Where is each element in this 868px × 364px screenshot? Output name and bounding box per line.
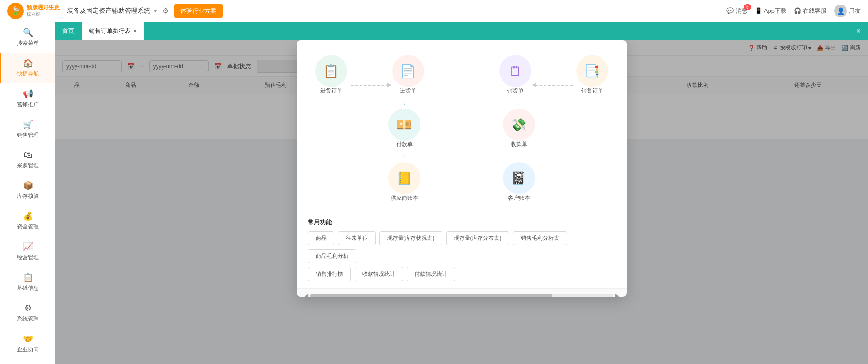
window-close-button[interactable]: × bbox=[849, 27, 868, 35]
sidebar-item-quicknav[interactable]: 🏠 快捷导航 bbox=[0, 53, 55, 83]
sidebar-item-label: 基础信息 bbox=[17, 284, 39, 292]
flow-section: 📋 进货订单 ▶ bbox=[297, 40, 627, 215]
flow-node-receipt: 💸 收款单 bbox=[503, 109, 535, 148]
flow-node-sales-order: 📑 销售订单 bbox=[576, 55, 608, 95]
sidebar-item-label: 搜索菜单 bbox=[17, 39, 39, 47]
sidebar-item-operations[interactable]: 📈 经营管理 bbox=[0, 236, 55, 267]
top-bar: 🍃 畅康通好生意 标准版 装备及固定资产辅助管理系统 ▾ ⚙ 体验行业方案 💬 … bbox=[0, 0, 868, 22]
content-area: 首页 销售订单执行表 × × ❓ 帮助 bbox=[55, 22, 868, 364]
user-area[interactable]: 👤 用友 bbox=[834, 5, 861, 17]
tab-bar: 首页 销售订单执行表 × × bbox=[55, 22, 868, 40]
purchase-bill-icon: 📄 bbox=[392, 55, 424, 87]
sales-order-icon: 📑 bbox=[576, 55, 608, 87]
sidebar-item-sales[interactable]: 🛒 销售管理 bbox=[0, 114, 55, 145]
message-icon: 💬 bbox=[726, 7, 734, 14]
modal-overlay[interactable]: 📋 进货订单 ▶ bbox=[55, 40, 868, 364]
marketing-icon: 📢 bbox=[23, 89, 33, 99]
common-section: 常用功能 商品 往来单位 现存量(库存状况表) 现存量(库存分布表) 销售毛利分… bbox=[297, 215, 627, 288]
basic-info-icon: 📋 bbox=[23, 272, 33, 283]
payment-label: 付款单 bbox=[396, 141, 413, 148]
sales-icon: 🛒 bbox=[23, 120, 33, 130]
btn-partner[interactable]: 往来单位 bbox=[338, 231, 376, 245]
customer-ledger-label: 客户账本 bbox=[508, 194, 530, 202]
sidebar-item-enterprise[interactable]: 🤝 企业协同 bbox=[0, 328, 55, 359]
operations-icon: 📈 bbox=[23, 242, 33, 252]
home-icon: 🏠 bbox=[23, 58, 33, 68]
sidebar-item-label: 经营管理 bbox=[17, 254, 39, 261]
purchase-bill-label: 进货单 bbox=[400, 87, 416, 95]
inventory-icon: 📦 bbox=[23, 180, 33, 190]
btn-sales-gross[interactable]: 销售毛利分析表 bbox=[513, 231, 567, 245]
customer-ledger-icon: 📓 bbox=[503, 162, 535, 194]
logo-subtitle: 标准版 bbox=[27, 11, 60, 18]
scroll-left-arrow[interactable]: ◀ bbox=[304, 293, 308, 297]
system-title: 装备及固定资产辅助管理系统 bbox=[67, 7, 150, 15]
btn-receipt-stat[interactable]: 收款情况统计 bbox=[355, 267, 403, 281]
app-download-label: App下载 bbox=[764, 7, 786, 15]
search-icon: 🔍 bbox=[23, 27, 33, 38]
system-icon: ⚙ bbox=[24, 303, 32, 313]
payment-icon: 💴 bbox=[388, 109, 420, 141]
logo-area: 🍃 畅康通好生意 标准版 bbox=[7, 3, 62, 19]
sidebar-item-basic-info[interactable]: 📋 基础信息 bbox=[0, 267, 55, 298]
sidebar-item-label: 系统管理 bbox=[17, 315, 39, 323]
sidebar-item-label: 库存核算 bbox=[17, 192, 39, 200]
sidebar-item-label: 资金管理 bbox=[17, 223, 39, 231]
purchase-icon: 🛍 bbox=[24, 150, 32, 160]
logo-text: 畅康通好生意 标准版 bbox=[27, 4, 60, 18]
message-icon-item[interactable]: 💬 6 消息 bbox=[726, 7, 748, 15]
sidebar-item-guide[interactable]: 🎯 新手引导 bbox=[0, 359, 55, 364]
supplier-ledger-label: 供应商账本 bbox=[391, 194, 418, 202]
main-layout: 🔍 搜索菜单 🏠 快捷导航 📢 营销推广 🛒 销售管理 🛍 采购管理 📦 bbox=[0, 22, 868, 364]
sidebar-item-inventory[interactable]: 📦 库存核算 bbox=[0, 175, 55, 206]
tab-home-label: 首页 bbox=[62, 27, 74, 35]
common-buttons-row2: 销售排行榜 收款情况统计 付款情况统计 bbox=[308, 267, 616, 281]
btn-stock-dist[interactable]: 现存量(库存分布表) bbox=[446, 231, 509, 245]
tab-home[interactable]: 首页 bbox=[55, 22, 82, 40]
user-name: 用友 bbox=[849, 7, 861, 15]
sidebar-item-label: 快捷导航 bbox=[17, 70, 39, 78]
online-service-item[interactable]: 🎧 在线客服 bbox=[794, 7, 827, 15]
sales-bill-label: 销货单 bbox=[507, 87, 524, 95]
tab-sales-order[interactable]: 销售订单执行表 × bbox=[82, 22, 144, 40]
sidebar-item-label: 销售管理 bbox=[17, 131, 39, 139]
flow-node-sales-bill: 🗒 销货单 bbox=[499, 55, 531, 95]
btn-product[interactable]: 商品 bbox=[308, 231, 334, 245]
flow-node-customer-ledger: 📓 客户账本 bbox=[503, 162, 535, 202]
sidebar-item-finance[interactable]: 💰 资金管理 bbox=[0, 206, 55, 236]
flow-node-purchase-order: 📋 进货订单 bbox=[315, 55, 347, 95]
tab-sales-order-label: 销售订单执行表 bbox=[89, 27, 131, 35]
scrollbar-track[interactable] bbox=[310, 294, 613, 297]
sidebar-item-search[interactable]: 🔍 搜索菜单 bbox=[0, 22, 55, 53]
trial-button[interactable]: 体验行业方案 bbox=[174, 4, 223, 18]
logo-icon: 🍃 bbox=[7, 3, 24, 19]
btn-payment-stat[interactable]: 付款情况统计 bbox=[407, 267, 455, 281]
sidebar-item-purchase[interactable]: 🛍 采购管理 bbox=[0, 145, 55, 175]
scrollbar-row: ◀ ▶ bbox=[297, 288, 627, 297]
app-download-item[interactable]: 📱 App下载 bbox=[755, 7, 786, 15]
btn-stock-status[interactable]: 现存量(库存状况表) bbox=[379, 231, 442, 245]
message-badge: 6 bbox=[744, 4, 751, 10]
sidebar-item-label: 营销推广 bbox=[17, 101, 39, 109]
scroll-right-arrow[interactable]: ▶ bbox=[615, 293, 619, 297]
top-right-area: 💬 6 消息 📱 App下载 🎧 在线客服 👤 用友 bbox=[726, 5, 861, 17]
btn-product-gross[interactable]: 商品毛利分析 bbox=[308, 249, 356, 263]
common-title: 常用功能 bbox=[308, 218, 616, 227]
sales-bill-icon: 🗒 bbox=[499, 55, 531, 87]
sidebar-item-system[interactable]: ⚙ 系统管理 bbox=[0, 298, 55, 328]
scrollbar-thumb bbox=[310, 294, 553, 297]
settings-icon[interactable]: ⚙ bbox=[162, 6, 169, 15]
purchase-order-icon: 📋 bbox=[315, 55, 347, 87]
tab-close-icon[interactable]: × bbox=[133, 28, 136, 34]
receipt-icon: 💸 bbox=[503, 109, 535, 141]
system-dropdown-icon[interactable]: ▾ bbox=[154, 8, 157, 14]
sales-order-label: 销售订单 bbox=[581, 87, 603, 95]
sidebar-item-marketing[interactable]: 📢 营销推广 bbox=[0, 83, 55, 114]
page-content: ❓ 帮助 🖨 按模板打印 ▾ 📤 导出 🔄 刷新 bbox=[55, 40, 868, 364]
common-buttons-row1: 商品 往来单位 现存量(库存状况表) 现存量(库存分布表) 销售毛利分析表 商品… bbox=[308, 231, 616, 263]
flow-node-purchase-bill: 📄 进货单 bbox=[392, 55, 424, 95]
modal-box: 📋 进货订单 ▶ bbox=[297, 40, 627, 297]
online-service-icon: 🎧 bbox=[794, 7, 801, 14]
receipt-label: 收款单 bbox=[511, 141, 527, 148]
btn-sales-rank[interactable]: 销售排行榜 bbox=[308, 267, 351, 281]
